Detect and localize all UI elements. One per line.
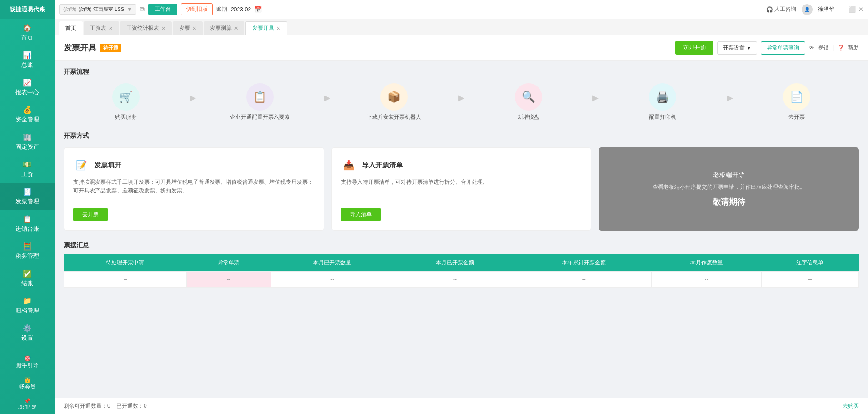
buy-link[interactable]: 去购买 [843, 403, 859, 409]
step-label-1: 企业开通配置开票六要素 [230, 113, 290, 121]
sidebar-item-11[interactable]: ⚙️设置 [0, 319, 55, 347]
help-icon: ❓ [838, 45, 844, 51]
arrow-icon-0: ▶ [190, 93, 196, 102]
flow-step-4[interactable]: 🖨️ 配置打印机 [600, 83, 724, 121]
flow-step-2[interactable]: 📦 下载并安装开票机器人 [332, 83, 456, 121]
tab-label-2: 工资统计报表 [126, 25, 159, 32]
period-label: 账期 [216, 5, 227, 13]
flow-step-5[interactable]: 📄 去开票 [735, 83, 859, 121]
tab-发票[interactable]: 发票✕ [173, 21, 203, 35]
arrow-icon-2: ▶ [458, 93, 464, 102]
tab-close-2[interactable]: ✕ [161, 25, 165, 31]
close-icon[interactable]: ✕ [858, 6, 863, 13]
sidebar-bottom-item-0[interactable]: 🎯新手引导 [0, 352, 55, 373]
sidebar-icon-6: 🧾 [23, 187, 32, 196]
step-icon-3: 🔍 [515, 83, 542, 111]
page-content: 发票开具 待开通 立即开通 开票设置 ▼ 异常单票查询 👁 视锁 | ❓ 帮助 [55, 35, 868, 398]
sidebar-bottom-icon-1: 👑 [24, 377, 31, 383]
footer: 剩余可开通数量：0 已开通数：0 去购买 [55, 398, 868, 414]
sidebar: 畅捷通易代账 🏠首页📊总账📈报表中心💰资金管理🏢固定资产💵工资🧾发票管理📋进销台… [0, 0, 55, 414]
service-button[interactable]: 🎧 人工咨询 [766, 5, 796, 13]
method-header-1: 📥 导入开票清单 [341, 157, 582, 173]
settings-button[interactable]: 开票设置 ▼ [717, 41, 757, 55]
sidebar-item-1[interactable]: 📊总账 [0, 46, 55, 74]
sidebar-icon-3: 💰 [23, 106, 32, 114]
view-icon: 👁 [809, 45, 814, 51]
method-desc-0: 支持按照发票样式手工填开发票；可开具增值税电子普通发票、增值税普通发票、增值税专… [73, 178, 314, 201]
summary-cell-3: -- [394, 272, 516, 288]
summary-col-本月作废数量: 本月作废数量 [652, 254, 762, 272]
cancel-fixed-button[interactable]: 📌取消固定 [0, 394, 55, 414]
tab-首页[interactable]: 首页 [59, 21, 83, 35]
footer-left: 剩余可开通数量：0 已开通数：0 [64, 402, 147, 410]
flow-step-1[interactable]: 📋 企业开通配置开票六要素 [198, 83, 322, 121]
sidebar-item-2[interactable]: 📈报表中心 [0, 74, 55, 101]
flow-arrow-4: ▶ [727, 93, 733, 112]
flow-arrow-3: ▶ [592, 93, 599, 112]
sidebar-item-10[interactable]: 📁归档管理 [0, 292, 55, 319]
methods-section-title: 开票方式 [64, 132, 859, 140]
sidebar-icon-1: 📊 [23, 51, 32, 60]
method-card-1: 📥 导入开票清单 支持导入待开票清单，可对待开票清单进行拆分、合并处理。 导入清… [331, 147, 592, 231]
flow-step-3[interactable]: 🔍 新增税盘 [466, 83, 590, 121]
tab-close-3[interactable]: ✕ [192, 25, 196, 31]
summary-table: 待处理开票申请异常单票本月已开票数量本月已开票金额本年累计开票金额本月作废数量红… [64, 254, 859, 288]
sidebar-icon-8: 🧮 [23, 242, 32, 251]
flow-section-title: 开票流程 [64, 68, 859, 76]
sidebar-icon-11: ⚙️ [23, 324, 32, 333]
summary-col-异常单票: 异常单票 [186, 254, 271, 272]
query-button[interactable]: 异常单票查询 [761, 41, 805, 55]
calendar-icon[interactable]: 📅 [254, 6, 262, 13]
summary-cell-0[interactable]: -- [64, 272, 187, 288]
settings-dropdown-arrow: ▼ [747, 45, 751, 50]
sidebar-label-5: 工资 [21, 170, 33, 178]
sidebar-item-5[interactable]: 💵工资 [0, 156, 55, 183]
sidebar-label-6: 发票管理 [15, 197, 39, 206]
summary-col-本月已开票金额: 本月已开票金额 [394, 254, 516, 272]
flow-step-0[interactable]: 🛒 购买服务 [64, 83, 188, 121]
sidebar-item-3[interactable]: 💰资金管理 [0, 101, 55, 128]
user-name[interactable]: 徐泽华 [818, 5, 834, 13]
tab-label-4: 发票测算 [210, 25, 232, 32]
sidebar-item-9[interactable]: ✅结账 [0, 265, 55, 292]
sidebar-bottom-item-1[interactable]: 👑畅会员 [0, 373, 55, 394]
sidebar-item-8[interactable]: 🧮税务管理 [0, 237, 55, 265]
copy-icon[interactable]: ⧉ [140, 5, 145, 13]
company-select[interactable]: (勿动) (勿动) 江西服室-LSS ▼ [59, 4, 136, 15]
sidebar-logo: 畅捷通易代账 [0, 0, 55, 19]
sidebar-item-7[interactable]: 📋进销台账 [0, 210, 55, 237]
open-now-button[interactable]: 立即开通 [675, 41, 713, 55]
company-dropdown-arrow: ▼ [127, 6, 132, 13]
page-header: 发票开具 待开通 立即开通 开票设置 ▼ 异常单票查询 👁 视锁 | ❓ 帮助 [55, 35, 868, 61]
tab-close-5[interactable]: ✕ [276, 25, 280, 31]
help-label[interactable]: 帮助 [848, 44, 859, 52]
tab-工资统计报表[interactable]: 工资统计报表✕ [120, 21, 172, 35]
maximize-icon[interactable]: ⬜ [848, 6, 856, 13]
tab-工资表[interactable]: 工资表✕ [84, 21, 119, 35]
sidebar-item-0[interactable]: 🏠首页 [0, 19, 55, 46]
sidebar-bottom-label-0: 新手引导 [16, 362, 38, 369]
sidebar-label-1: 总账 [21, 61, 33, 69]
cut-version-button[interactable]: 切到旧版 [181, 3, 213, 15]
tab-close-4[interactable]: ✕ [234, 25, 238, 31]
methods-section: 📝 发票填开 支持按照发票样式手工填开发票；可开具增值税电子普通发票、增值税普通… [64, 147, 859, 231]
sidebar-icon-5: 💵 [23, 160, 32, 169]
tab-bar: 首页工资表✕工资统计报表✕发票✕发票测算✕发票开具✕ [55, 19, 868, 35]
minimize-icon[interactable]: — [840, 6, 846, 13]
tab-close-1[interactable]: ✕ [109, 25, 113, 31]
sidebar-item-4[interactable]: 🏢固定资产 [0, 128, 55, 156]
workspace-button[interactable]: 工作台 [148, 4, 177, 15]
step-icon-4: 🖨️ [649, 83, 676, 111]
view-label[interactable]: 视锁 [818, 44, 829, 52]
sidebar-bottom-icon-0: 🎯 [24, 355, 31, 362]
sidebar-icon-2: 📈 [23, 78, 32, 87]
method-btn-1[interactable]: 导入清单 [341, 208, 381, 221]
method-card-desc-2: 查看老板端小程序提交的开票申请，并作出相应处理查阅审批。 [653, 183, 805, 191]
tab-发票开具[interactable]: 发票开具✕ [245, 21, 287, 35]
tab-发票测算[interactable]: 发票测算✕ [204, 21, 244, 35]
sidebar-label-0: 首页 [21, 34, 33, 42]
arrow-icon-1: ▶ [324, 93, 330, 102]
method-btn-0[interactable]: 去开票 [73, 208, 108, 221]
sidebar-item-6[interactable]: 🧾发票管理 [0, 183, 55, 210]
sidebar-icon-7: 📋 [23, 215, 32, 223]
